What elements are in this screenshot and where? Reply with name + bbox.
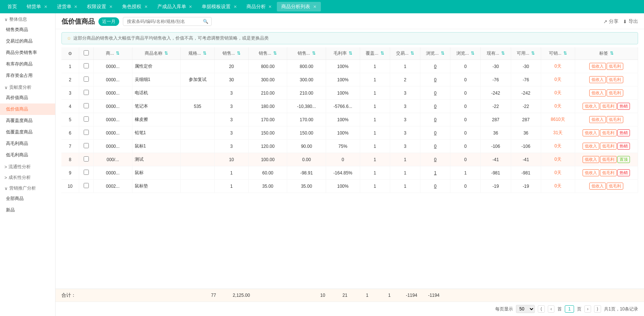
th-sale-price[interactable]: 销售... ⇅ — [248, 47, 287, 60]
nav-product-analysis[interactable]: 商品分析 ✕ — [242, 2, 276, 11]
sidebar-item-capital[interactable]: 库存资金占用 — [0, 70, 55, 81]
row-select-checkbox[interactable] — [84, 103, 89, 108]
sidebar-item-sales-products[interactable]: 销售类商品 — [0, 24, 55, 35]
th-sale-qty[interactable]: 销售... ⇅ — [215, 47, 249, 60]
sidebar-item-new-products[interactable]: 新品 — [0, 204, 55, 216]
row-view1[interactable]: 0 — [420, 153, 450, 166]
last-page-button[interactable]: ⟩ — [594, 305, 601, 313]
row-checkbox[interactable] — [79, 86, 93, 100]
row-checkbox[interactable] — [79, 140, 93, 153]
th-trade[interactable]: 交易... ⇅ — [390, 47, 420, 60]
row-view1[interactable]: 0 — [420, 140, 450, 153]
row-select-checkbox[interactable] — [84, 170, 89, 175]
close-icon[interactable]: ✕ — [74, 4, 77, 9]
th-view2[interactable]: 浏览... ⇅ — [450, 47, 481, 60]
close-icon[interactable]: ✕ — [189, 4, 192, 9]
sidebar-group-flow[interactable]: > 流通性分析 — [0, 161, 55, 171]
select-all-checkbox[interactable] — [84, 50, 89, 55]
row-select-checkbox[interactable] — [84, 63, 89, 68]
row-view1[interactable]: 1 — [420, 166, 450, 180]
nav-purchase-order[interactable]: 进货单 ✕ — [53, 2, 82, 11]
row-select-checkbox[interactable] — [84, 183, 89, 188]
row-select-checkbox[interactable] — [84, 156, 89, 162]
th-inv-available[interactable]: 可用... ⇅ — [511, 47, 541, 60]
view1-link[interactable]: 0 — [434, 91, 437, 96]
row-select-checkbox[interactable] — [84, 143, 89, 148]
close-icon[interactable]: ✕ — [234, 4, 237, 9]
row-select-checkbox[interactable] — [84, 116, 89, 122]
row-checkbox[interactable] — [79, 126, 93, 140]
th-sale-amount[interactable]: 销售... ⇅ — [287, 47, 326, 60]
th-settings[interactable]: ⚙ — [61, 47, 79, 60]
th-tags[interactable]: 标签 ⇅ — [575, 47, 638, 60]
current-page[interactable]: 1 — [565, 305, 574, 313]
sidebar-group-marketing[interactable]: ∨ 营销推广分析 — [0, 182, 55, 193]
row-checkbox[interactable] — [79, 60, 93, 73]
view1-link[interactable]: 0 — [434, 104, 437, 109]
nav-product-analysis-list[interactable]: 商品分析列表 ✕ — [277, 2, 321, 11]
sidebar-item-high-coverage[interactable]: 高覆盖度商品 — [0, 115, 55, 126]
close-icon[interactable]: ✕ — [109, 4, 113, 9]
th-spec[interactable]: 规格... ⇅ — [181, 47, 215, 60]
close-icon[interactable]: ✕ — [44, 4, 47, 9]
row-checkbox[interactable] — [79, 180, 93, 193]
nav-home[interactable]: 首页 — [3, 2, 21, 11]
th-gross-margin[interactable]: 毛利率 ⇅ — [326, 47, 360, 60]
th-code[interactable]: 商... ⇅ — [93, 47, 132, 60]
th-inv-current[interactable]: 现有... ⇅ — [480, 47, 511, 60]
sidebar-item-in-stock[interactable]: 有库存的商品 — [0, 58, 55, 70]
prev-page-button[interactable]: ‹ — [548, 305, 554, 313]
view1-link[interactable]: 0 — [434, 117, 437, 122]
close-icon[interactable]: ✕ — [313, 4, 316, 9]
close-icon[interactable]: ✕ — [268, 4, 272, 9]
first-page-button[interactable]: ⟨ — [538, 305, 545, 313]
nav-permission[interactable]: 权限设置 ✕ — [83, 2, 117, 11]
view1-link[interactable]: 0 — [434, 157, 437, 162]
sidebar-item-low-margin[interactable]: 低毛利商品 — [0, 149, 55, 161]
nav-role-auth[interactable]: 角色授权 ✕ — [118, 2, 152, 11]
th-name[interactable]: 商品名称 ⇅ — [132, 47, 181, 60]
sidebar-item-high-margin[interactable]: 高毛利商品 — [0, 138, 55, 149]
nav-sales-order[interactable]: 销货单 ✕ — [22, 2, 52, 11]
row-checkbox[interactable] — [79, 166, 93, 180]
row-select-checkbox[interactable] — [84, 90, 89, 95]
view1-link[interactable]: 0 — [434, 64, 437, 69]
sidebar-item-low-value[interactable]: 低价值商品 — [0, 103, 55, 115]
page-size-select[interactable]: 50 100 200 — [516, 305, 535, 313]
filter-button[interactable]: 近一月 — [98, 17, 119, 26]
nav-template[interactable]: 单据模板设置 ✕ — [197, 2, 241, 11]
view1-link[interactable]: 0 — [434, 77, 437, 82]
th-view1[interactable]: 浏览... ⇅ — [420, 47, 450, 60]
row-view1[interactable]: 0 — [420, 73, 450, 86]
view1-link[interactable]: 0 — [434, 130, 437, 136]
row-view1[interactable]: 0 — [420, 60, 450, 73]
close-icon[interactable]: ✕ — [144, 4, 148, 9]
view1-link[interactable]: 0 — [434, 184, 437, 189]
row-select-checkbox[interactable] — [84, 77, 89, 82]
share-button[interactable]: ↗ 分享 — [603, 18, 618, 25]
sidebar-group-overview[interactable]: ∨ 整体信息 — [0, 13, 55, 24]
row-select-checkbox[interactable] — [84, 130, 89, 135]
sidebar-group-growth[interactable]: > 成长性分析 — [0, 171, 55, 182]
settings-icon[interactable]: ⚙ — [68, 51, 72, 56]
row-view1[interactable]: 0 — [420, 100, 450, 113]
sidebar-item-low-coverage[interactable]: 低覆盖度商品 — [0, 126, 55, 138]
sidebar-item-high-value[interactable]: 高价值商品 — [0, 92, 55, 103]
row-checkbox[interactable] — [79, 100, 93, 113]
row-view1[interactable]: 0 — [420, 113, 450, 126]
th-coverage[interactable]: 覆盖... ⇅ — [360, 47, 390, 60]
view1-link[interactable]: 1 — [434, 170, 437, 176]
row-view1[interactable]: 0 — [420, 86, 450, 100]
sidebar-item-category-sales[interactable]: 商品分类销售率 — [0, 47, 55, 58]
sidebar-item-all-products[interactable]: 全部商品 — [0, 193, 55, 204]
sidebar-item-traded-products[interactable]: 交易过的商品 — [0, 35, 55, 47]
nav-warehouse[interactable]: 产成品入库单 ✕ — [153, 2, 197, 11]
row-view1[interactable]: 0 — [420, 180, 450, 193]
search-icon[interactable]: 🔍 — [203, 19, 208, 24]
row-checkbox[interactable] — [79, 73, 93, 86]
sidebar-group-contribution[interactable]: ∨ 贡献度分析 — [0, 81, 55, 92]
view1-link[interactable]: 0 — [434, 144, 437, 149]
next-page-button[interactable]: › — [584, 305, 591, 313]
search-input[interactable] — [123, 17, 212, 26]
export-button[interactable]: ⬇ 导出 — [623, 18, 638, 25]
